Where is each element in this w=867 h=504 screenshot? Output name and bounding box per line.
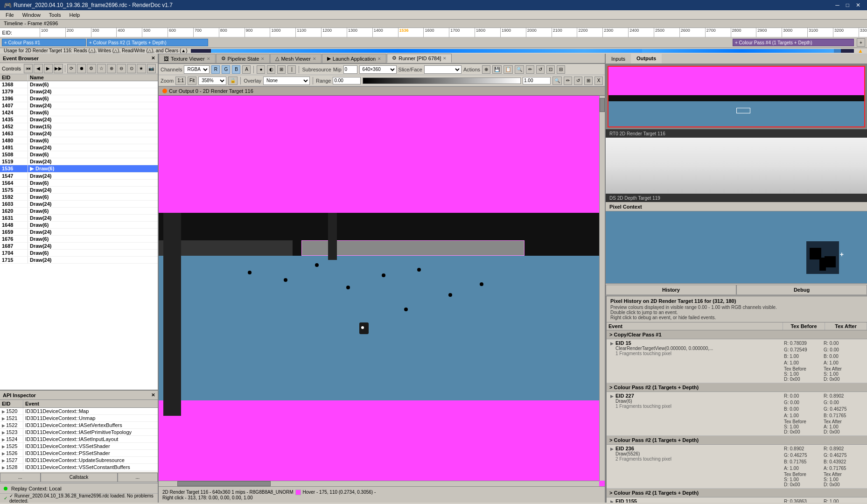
event-row-1508[interactable]: 1508Draw(6) bbox=[0, 151, 158, 158]
btn-action-3[interactable]: 📋 bbox=[503, 65, 513, 74]
api-tab-dots1[interactable]: ... bbox=[0, 473, 41, 482]
io-tab-inputs[interactable]: Inputs bbox=[606, 54, 631, 63]
api-table[interactable]: EID Event ▶1520ID3D11DeviceContext::Map▶… bbox=[0, 400, 158, 472]
event-row-1463[interactable]: 1463Draw(24) bbox=[0, 130, 158, 137]
minimize-button[interactable]: ─ bbox=[832, 2, 842, 8]
tab-runner[interactable]: ⚙ Runner [PID 6784] ✕ bbox=[387, 54, 452, 63]
event-row-1704[interactable]: 1704Draw(6) bbox=[0, 250, 158, 257]
ph-event-eid-1-0[interactable]: ▶ EID 227 Draw(6) 1 Fragments touching p… bbox=[607, 392, 867, 436]
ph-event-eid-2-0[interactable]: ▶ EID 236 Draw(5526) 2 Fragments touchin… bbox=[607, 445, 867, 489]
btn-action-8[interactable]: ⊟ bbox=[557, 65, 565, 74]
api-row-1521[interactable]: ▶1521ID3D11DeviceContext::Unmap bbox=[0, 415, 158, 422]
btn-zoom-1-1[interactable]: 1:1 bbox=[175, 77, 186, 85]
rt-image-container[interactable] bbox=[606, 64, 867, 129]
range-bar[interactable] bbox=[363, 77, 521, 84]
event-row-1592[interactable]: 1592Draw(6) bbox=[0, 194, 158, 201]
api-row-1526[interactable]: ▶1526ID3D11DeviceContext::PSSetShader bbox=[0, 450, 158, 457]
tb-star[interactable]: ★ bbox=[137, 64, 146, 73]
track-colour-pass-4[interactable]: + Colour Pass #4 (1 Targets + Depth) bbox=[733, 39, 854, 46]
tab-runner-close[interactable]: ✕ bbox=[443, 56, 447, 61]
tb-refresh[interactable]: ⟳ bbox=[67, 64, 76, 73]
range-to-input[interactable] bbox=[523, 77, 551, 84]
event-row-1687[interactable]: 1687Draw(24) bbox=[0, 243, 158, 250]
tb-prev[interactable]: ◀ bbox=[34, 64, 42, 73]
btn-half-circle[interactable]: ◐ bbox=[267, 65, 275, 74]
ph-pass-3[interactable]: > Colour Pass #2 (1 Targets + Depth) bbox=[607, 489, 867, 497]
event-row-1659[interactable]: 1659Draw(24) bbox=[0, 229, 158, 236]
btn-color-wheel[interactable]: ● bbox=[257, 65, 265, 74]
event-row-1603[interactable]: 1603Draw(24) bbox=[0, 201, 158, 208]
api-row-1523[interactable]: ▶1523ID3D11DeviceContext::IASetPrimitive… bbox=[0, 429, 158, 436]
event-row-1631[interactable]: 1631Draw(24) bbox=[0, 215, 158, 222]
event-row-1480[interactable]: 1480Draw(6) bbox=[0, 137, 158, 144]
event-table[interactable]: EID Name 1368Draw(6)1379Draw(24)1396Draw… bbox=[0, 74, 158, 390]
event-row-1575[interactable]: 1575Draw(24) bbox=[0, 187, 158, 194]
track-colour-pass-1[interactable]: + Colour Pass #1 bbox=[2, 39, 86, 46]
tb-next[interactable]: ▶▶ bbox=[54, 64, 63, 73]
api-tab-dots2[interactable]: ... bbox=[118, 473, 158, 482]
channels-select[interactable]: RGBA RGB bbox=[184, 65, 210, 74]
tb-rewind[interactable]: ⏮ bbox=[24, 64, 33, 73]
menu-file[interactable]: File bbox=[2, 11, 18, 19]
h-scroll-thumb[interactable] bbox=[177, 481, 271, 486]
event-row-1547[interactable]: 1547Draw(24) bbox=[0, 173, 158, 180]
tb-filter[interactable]: ⊙ bbox=[127, 64, 136, 73]
btn-bar[interactable]: | bbox=[287, 65, 296, 74]
event-row-1491[interactable]: 1491Draw(24) bbox=[0, 144, 158, 151]
horizontal-scrollbar[interactable] bbox=[159, 481, 599, 486]
event-row-1396[interactable]: 1396Draw(6) bbox=[0, 95, 158, 102]
btn-range-lock[interactable]: X bbox=[594, 77, 603, 85]
tb-remove[interactable]: ⊖ bbox=[117, 64, 126, 73]
api-inspector-close[interactable]: ✕ bbox=[151, 392, 155, 398]
menu-window[interactable]: Window bbox=[19, 11, 44, 19]
close-button[interactable]: ✕ bbox=[853, 2, 863, 8]
btn-range-pencil[interactable]: ✏ bbox=[564, 77, 572, 85]
btn-zoom-lock[interactable]: 🔒 bbox=[228, 77, 238, 85]
btn-action-7[interactable]: ⊡ bbox=[546, 65, 555, 74]
api-row-1528[interactable]: ▶1528ID3D11DeviceContext::VSSetConstantB… bbox=[0, 464, 158, 471]
ph-pass-0[interactable]: > Copy/Clear Pass #1 bbox=[607, 330, 867, 339]
btn-action-5[interactable]: ✏ bbox=[526, 65, 534, 74]
ph-pass-1[interactable]: > Colour Pass #2 (1 Targets + Depth) bbox=[607, 383, 867, 392]
btn-action-4[interactable]: 🔍 bbox=[515, 65, 524, 74]
tab-mesh-viewer[interactable]: △ Mesh Viewer ✕ bbox=[270, 54, 321, 63]
menu-help[interactable]: Help bbox=[66, 11, 84, 19]
ph-pass-2[interactable]: > Colour Pass #2 (1 Targets + Depth) bbox=[607, 436, 867, 445]
debug-btn[interactable]: Debug bbox=[736, 285, 867, 295]
event-row-1407[interactable]: 1407Draw(24) bbox=[0, 102, 158, 109]
v-scroll-thumb[interactable] bbox=[600, 98, 605, 112]
btn-channel-r[interactable]: R bbox=[211, 65, 220, 74]
eid-ruler[interactable]: 100 200 300 400 500 600 700 800 900 1000… bbox=[14, 28, 867, 37]
event-row-1368[interactable]: 1368Draw(6) bbox=[0, 81, 158, 88]
btn-zoom-fit[interactable]: Fit bbox=[188, 77, 196, 85]
btn-range-expand[interactable]: ⊞ bbox=[584, 77, 593, 85]
btn-range-reset[interactable]: ↺ bbox=[574, 77, 582, 85]
btn-channel-g[interactable]: G bbox=[222, 65, 230, 74]
btn-action-2[interactable]: 💾 bbox=[492, 65, 502, 74]
track-colour-pass-2[interactable]: + Colour Pass #2 (1 Targets + Depth) bbox=[87, 39, 208, 46]
event-row-1715[interactable]: 1715Draw(24) bbox=[0, 257, 158, 264]
overlay-select[interactable]: None Drawcall bbox=[263, 77, 310, 85]
api-row-1522[interactable]: ▶1522ID3D11DeviceContext::IASetVertexBuf… bbox=[0, 422, 158, 429]
dt-image-container[interactable] bbox=[606, 138, 867, 194]
btn-action-6[interactable]: ↺ bbox=[536, 65, 545, 74]
io-tab-outputs[interactable]: Outputs bbox=[631, 54, 662, 63]
api-tab-callstack[interactable]: Callstack bbox=[41, 473, 118, 482]
btn-grid[interactable]: ⊞ bbox=[277, 65, 286, 74]
maximize-button[interactable]: □ bbox=[843, 2, 852, 8]
tb-play[interactable]: ▶ bbox=[44, 64, 53, 73]
tb-bookmark[interactable]: ☆ bbox=[97, 64, 106, 73]
history-btn[interactable]: History bbox=[606, 285, 736, 295]
ph-event-eid-0-0[interactable]: ▶ EID 15 ClearRenderTargetView(0.000000,… bbox=[607, 339, 867, 383]
event-row-1379[interactable]: 1379Draw(24) bbox=[0, 88, 158, 95]
tb-record[interactable]: ⏺ bbox=[77, 64, 86, 73]
btn-channel-b[interactable]: B bbox=[232, 65, 240, 74]
tab-texture-viewer[interactable]: 🖼 Texture Viewer ✕ bbox=[159, 54, 216, 63]
event-browser-close[interactable]: ✕ bbox=[151, 56, 155, 61]
event-row-1676[interactable]: 1676Draw(6) bbox=[0, 236, 158, 243]
api-row-1525[interactable]: ▶1525ID3D11DeviceContext::VSSetShader bbox=[0, 443, 158, 450]
event-row-1536[interactable]: 1536▶Draw(6) bbox=[0, 165, 158, 173]
tab-texture-close[interactable]: ✕ bbox=[207, 56, 210, 61]
event-row-1648[interactable]: 1648Draw(6) bbox=[0, 222, 158, 229]
api-row-1524[interactable]: ▶1524ID3D11DeviceContext::IASetInputLayo… bbox=[0, 436, 158, 443]
